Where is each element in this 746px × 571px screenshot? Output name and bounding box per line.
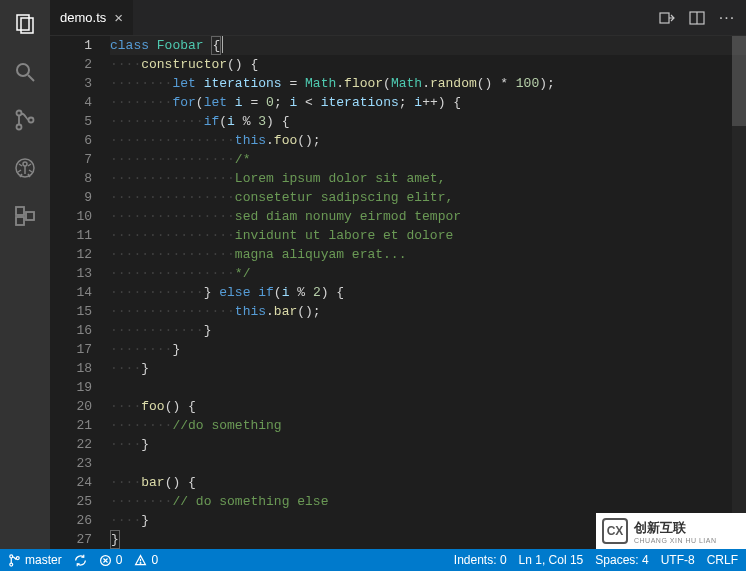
svg-point-16 — [10, 563, 13, 566]
watermark-subtext: CHUANG XIN HU LIAN — [634, 537, 717, 544]
branch-name: master — [25, 553, 62, 567]
svg-rect-10 — [16, 217, 24, 225]
svg-rect-9 — [16, 207, 24, 215]
close-icon[interactable]: × — [114, 10, 123, 25]
debug-icon[interactable] — [9, 152, 41, 184]
svg-line-3 — [28, 75, 34, 81]
svg-point-6 — [29, 118, 34, 123]
sync-icon[interactable] — [74, 554, 87, 567]
scrollbar-thumb[interactable] — [732, 36, 746, 126]
vertical-scrollbar[interactable] — [732, 36, 746, 549]
line-number-gutter: 1234567891011121314151617181920212223242… — [50, 36, 110, 549]
git-branch[interactable]: master — [8, 553, 62, 567]
editor-body[interactable]: 1234567891011121314151617181920212223242… — [50, 35, 746, 549]
svg-point-8 — [23, 162, 27, 166]
svg-point-15 — [10, 554, 13, 557]
warnings-count[interactable]: 0 — [134, 553, 158, 567]
watermark-logo: CX 创新互联 CHUANG XIN HU LIAN — [596, 513, 746, 549]
explorer-icon[interactable] — [9, 8, 41, 40]
compare-changes-icon[interactable] — [658, 9, 676, 27]
indent-spaces[interactable]: Spaces: 4 — [595, 553, 648, 567]
tab-demo-ts[interactable]: demo.ts × — [50, 0, 134, 35]
code-content[interactable]: class Foobar {····constructor() {·······… — [110, 36, 746, 549]
svg-point-17 — [16, 556, 19, 559]
svg-point-4 — [17, 111, 22, 116]
more-actions-icon[interactable]: ··· — [718, 9, 736, 27]
split-editor-icon[interactable] — [688, 9, 706, 27]
extensions-icon[interactable] — [9, 200, 41, 232]
watermark-text: 创新互联 — [634, 519, 717, 537]
errors-count[interactable]: 0 — [99, 553, 123, 567]
svg-rect-12 — [660, 13, 669, 23]
watermark-icon: CX — [602, 518, 628, 544]
tab-actions: ··· — [648, 0, 746, 35]
search-icon[interactable] — [9, 56, 41, 88]
status-bar: master 0 0 Indents: 0 Ln 1, Col 15 Space… — [0, 549, 746, 571]
encoding[interactable]: UTF-8 — [661, 553, 695, 567]
svg-point-20 — [140, 562, 141, 563]
cursor-position[interactable]: Ln 1, Col 15 — [519, 553, 584, 567]
eol[interactable]: CRLF — [707, 553, 738, 567]
tabs-row: demo.ts × ··· — [50, 0, 746, 35]
activity-bar — [0, 0, 50, 549]
indents-status[interactable]: Indents: 0 — [454, 553, 507, 567]
svg-point-2 — [17, 64, 29, 76]
svg-point-5 — [17, 125, 22, 130]
source-control-icon[interactable] — [9, 104, 41, 136]
tab-filename: demo.ts — [60, 10, 106, 25]
editor-area: demo.ts × ··· 12345678910111213141516171… — [50, 0, 746, 549]
svg-rect-11 — [26, 212, 34, 220]
